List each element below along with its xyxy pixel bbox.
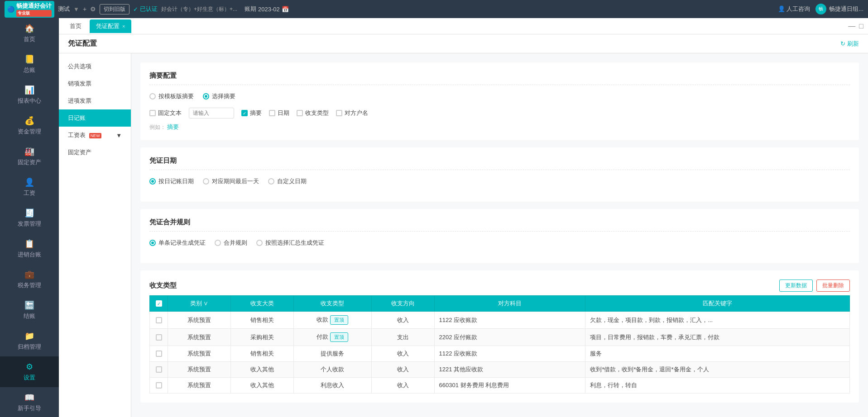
sidebar-item-archive[interactable]: 📁 归档管理 — [0, 326, 59, 356]
income-table: ✓ 类别 ∨ 收支大类 收支类型 收支方向 对方科目 — [149, 295, 850, 393]
row-checkbox-2[interactable] — [150, 329, 168, 346]
table-header-bar: 收支类型 更新数据 批量删除 — [149, 280, 850, 292]
help-button[interactable]: 👤 人工咨询 — [778, 5, 810, 13]
tab-bar: 首页 凭证配置 × — □ — [59, 18, 868, 34]
row-account-5: 660301 财务费用 利息费用 — [434, 378, 585, 393]
sidebar-item-salary[interactable]: 👤 工资 — [0, 172, 59, 203]
radio-journal-date[interactable]: 按日记账日期 — [149, 177, 194, 185]
radio-single-record[interactable]: 单条记录生成凭证 — [149, 239, 206, 247]
row-type-4: 个人收款 — [293, 362, 371, 378]
pin-tag-1[interactable]: 置顶 — [330, 315, 348, 325]
row-category-2: 系统预置 — [168, 329, 231, 346]
checkbox-fixed-text[interactable]: 固定文本 — [149, 109, 182, 117]
left-nav-journal[interactable]: 日记账 — [59, 109, 131, 127]
invoice-icon: 🧾 — [24, 208, 34, 218]
two-col-layout: 公共选项 销项发票 进项发票 日记账 工资表 NEW ▼ — [59, 53, 868, 417]
sidebar-item-ledger[interactable]: 📒 总账 — [0, 49, 59, 80]
sidebar-item-reports[interactable]: 📊 报表中心 — [0, 80, 59, 110]
sidebar-item-label: 首页 — [24, 35, 35, 43]
topbar: 🔵 畅捷通好会计 专业版 测试 ▼ + ⚙ 切到旧版 ✓ 已认证 好会计（专）+… — [0, 0, 868, 18]
tab-voucher-config[interactable]: 凭证配置 × — [90, 19, 131, 33]
checkbox-summary[interactable]: ✓ 摘要 — [241, 109, 262, 117]
add-button[interactable]: + — [83, 5, 86, 13]
sidebar-item-guide[interactable]: 📖 新手引导 — [0, 387, 59, 417]
radio-custom-date[interactable]: 自定义日期 — [268, 177, 307, 185]
left-nav-purchase-invoice[interactable]: 进项发票 — [59, 92, 131, 109]
summary-section-title: 摘要配置 — [149, 71, 850, 85]
fixed-text-input[interactable] — [189, 108, 234, 118]
batch-delete-button[interactable]: 批量删除 — [816, 280, 850, 292]
table-row: 系统预置 销售相关 收款 置顶 收入 1122 应收账款 欠款，现金，项目款，到… — [150, 312, 850, 329]
row-account-3: 1122 应收账款 — [434, 346, 585, 362]
refresh-button[interactable]: ↻ 刷新 — [840, 40, 859, 48]
dropdown-arrow-icon[interactable]: ▼ — [73, 6, 79, 13]
sidebar-item-home[interactable]: 🏠 首页 — [0, 18, 59, 49]
radio-select-summary[interactable]: 选择摘要 — [203, 92, 235, 100]
minimize-button[interactable]: — — [848, 22, 855, 30]
ledger-icon: 📒 — [24, 54, 34, 64]
pin-tag-2[interactable]: 置顶 — [330, 332, 348, 342]
checkout-icon: 🔚 — [24, 300, 34, 310]
switch-version-button[interactable]: 切到旧版 — [100, 4, 129, 14]
row-direction-4: 收入 — [371, 362, 434, 378]
row-checkbox-4[interactable] — [150, 362, 168, 378]
checkbox-income-type[interactable]: 收支类型 — [297, 109, 329, 117]
row-checkbox-1[interactable] — [150, 312, 168, 329]
checkbox-date[interactable]: 日期 — [269, 109, 289, 117]
summary-radio-group: 按模板版摘要 选择摘要 — [149, 92, 850, 100]
radio-merge-rules[interactable]: 合并规则 — [215, 239, 247, 247]
radio-merge-rules-circle — [215, 240, 221, 246]
sidebar-item-label: 税务管理 — [18, 281, 41, 289]
row-checkbox-5[interactable] — [150, 378, 168, 393]
left-nav-sales-invoice[interactable]: 销项发票 — [59, 75, 131, 92]
left-nav-fixed-assets[interactable]: 固定资产 — [59, 144, 131, 161]
sidebar-item-label: 总账 — [24, 66, 35, 74]
th-major-type: 收支大类 — [230, 296, 293, 312]
income-section-title: 收支类型 — [149, 281, 177, 290]
maximize-button[interactable]: □ — [859, 22, 863, 30]
sidebar-item-label: 结账 — [24, 312, 35, 320]
example-text: 例如： 摘要 — [149, 123, 850, 131]
sidebar-item-tax[interactable]: 💼 税务管理 — [0, 264, 59, 295]
settings-icon-btn[interactable]: ⚙ — [90, 5, 96, 13]
sidebar-item-settings[interactable]: ⚙ 设置 — [0, 356, 59, 387]
left-nav-payroll[interactable]: 工资表 NEW ▼ — [59, 127, 131, 144]
radio-summary-generate[interactable]: 按照选择汇总生成凭证 — [256, 239, 324, 247]
sidebar-item-label: 归档管理 — [18, 343, 41, 351]
page-header: 凭证配置 ↻ 刷新 — [59, 34, 868, 53]
radio-template-summary[interactable]: 按模板版摘要 — [149, 92, 194, 100]
row-category-4: 系统预置 — [168, 362, 231, 378]
tab-voucher-label: 凭证配置 — [96, 22, 120, 30]
tax-icon: 💼 — [24, 270, 34, 280]
tab-close-icon[interactable]: × — [122, 24, 125, 29]
company-name: 测试 — [58, 5, 70, 13]
th-category: 类别 ∨ — [168, 296, 231, 312]
checkbox-fixed-text-box — [149, 110, 156, 116]
sidebar-item-invoice[interactable]: 🧾 发票管理 — [0, 203, 59, 233]
row-checkbox-3[interactable] — [150, 346, 168, 362]
app-logo: 🔵 畅捷通好会计 专业版 — [5, 1, 54, 18]
sidebar-item-checkout[interactable]: 🔚 结账 — [0, 295, 59, 326]
row-major-1: 销售相关 — [230, 312, 293, 329]
sidebar-item-assets[interactable]: 🏭 固定资产 — [0, 141, 59, 172]
certification-status: ✓ 已认证 — [133, 5, 158, 13]
sort-icon[interactable]: ∨ — [203, 300, 208, 307]
tags-text: 好会计（专）+好生意（标）+... — [161, 5, 237, 13]
calendar-icon[interactable]: 📅 — [282, 6, 289, 13]
th-account: 对方科目 — [434, 296, 585, 312]
sidebar-item-label: 工资 — [24, 189, 35, 197]
tab-home[interactable]: 首页 — [63, 19, 88, 33]
user-info: 畅 畅捷通日组... — [815, 4, 863, 14]
radio-period-last-day-circle — [203, 178, 209, 185]
row-category-1: 系统预置 — [168, 312, 231, 329]
checkbox-counterpart-name[interactable]: 对方户名 — [336, 109, 368, 117]
row-keywords-5: 利息，行转，转自 — [585, 378, 850, 393]
left-nav-public[interactable]: 公共选项 — [59, 58, 131, 75]
update-data-button[interactable]: 更新数据 — [779, 280, 813, 292]
refresh-icon: ↻ — [840, 40, 845, 47]
sidebar-item-purchase-sale[interactable]: 📋 进销台账 — [0, 233, 59, 264]
sidebar-item-funds[interactable]: 💰 资金管理 — [0, 110, 59, 141]
th-checkbox[interactable]: ✓ — [150, 296, 168, 312]
archive-icon: 📁 — [24, 331, 34, 341]
radio-period-last-day[interactable]: 对应期间最后一天 — [203, 177, 259, 185]
